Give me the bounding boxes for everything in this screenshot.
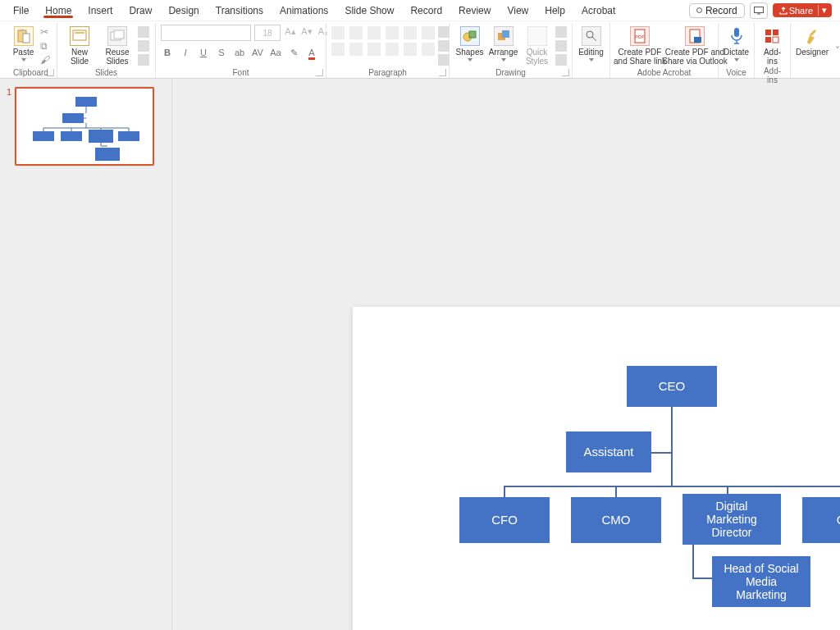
shape-fill-button[interactable] — [555, 26, 567, 38]
share-button[interactable]: Share ▾ — [773, 3, 832, 17]
tab-record[interactable]: Record — [402, 2, 450, 19]
section-button[interactable] — [138, 54, 149, 66]
reuse-slides-icon — [107, 26, 127, 46]
clipboard-mini-buttons: ✂ ⧉ 🖌 — [40, 25, 52, 66]
drawing-launcher[interactable] — [562, 69, 569, 76]
quick-styles-button[interactable]: Quick Styles — [522, 25, 552, 66]
shape-effects-button[interactable] — [555, 54, 567, 66]
paste-button[interactable]: Paste — [10, 25, 37, 62]
addins-label: Add-ins — [760, 48, 785, 66]
org-chart[interactable]: CEO Assistant CFO CMO Digital Marketing … — [353, 307, 840, 630]
svg-rect-25 — [61, 131, 82, 141]
org-node-cmo[interactable]: CMO — [571, 497, 661, 543]
dictate-label: Dictate — [724, 48, 749, 57]
tab-slide-show[interactable]: Slide Show — [336, 2, 402, 19]
tab-acrobat[interactable]: Acrobat — [573, 2, 623, 19]
svg-text:PDF: PDF — [635, 34, 645, 39]
org-node-cfo[interactable]: CFO — [459, 497, 550, 543]
align-right-button[interactable] — [368, 43, 381, 56]
org-node-ceo[interactable]: CEO — [627, 366, 717, 407]
org-node-head-social-media-marketing[interactable]: Head of Social Media Marketing — [712, 556, 810, 607]
bullets-button[interactable] — [331, 26, 345, 39]
increase-indent-button[interactable] — [386, 26, 399, 39]
format-painter-button[interactable]: 🖌 — [40, 54, 52, 66]
align-text-button[interactable] — [422, 43, 435, 56]
org-node-digital-marketing-director[interactable]: Digital Marketing Director — [682, 494, 781, 545]
svg-rect-4 — [73, 30, 86, 40]
clipboard-launcher[interactable] — [47, 69, 54, 76]
microphone-icon — [727, 26, 746, 46]
collapse-ribbon-button[interactable]: ˅ — [830, 45, 840, 57]
create-pdf-share-outlook-button[interactable]: Create PDF and Share via Outlook — [668, 25, 722, 66]
character-spacing-button[interactable]: AV — [251, 48, 264, 61]
arrange-button[interactable]: Arrange — [488, 25, 518, 62]
align-left-button[interactable] — [331, 43, 345, 56]
justify-button[interactable] — [386, 43, 399, 56]
thumbnail-preview-icon — [16, 89, 154, 166]
record-button[interactable]: Record — [689, 3, 745, 18]
change-case-button[interactable]: Aa — [269, 48, 282, 61]
line-spacing-button[interactable] — [404, 26, 417, 39]
slide-editor[interactable]: CEO Assistant CFO CMO Digital Marketing … — [172, 79, 840, 630]
tab-review[interactable]: Review — [450, 2, 499, 19]
convert-smartart-button[interactable] — [438, 54, 450, 66]
paragraph-launcher[interactable] — [439, 69, 446, 76]
svg-rect-23 — [62, 113, 84, 123]
strikethrough-button[interactable]: S — [215, 48, 228, 61]
dictate-button[interactable]: Dictate — [724, 25, 749, 62]
font-name-combobox[interactable] — [161, 25, 251, 41]
tab-draw[interactable]: Draw — [121, 2, 160, 19]
tab-insert[interactable]: Insert — [80, 2, 121, 19]
group-label-acrobat: Adobe Acrobat — [615, 67, 713, 77]
paragraph-buttons — [331, 25, 435, 56]
columns-button[interactable] — [404, 43, 417, 56]
slide-canvas[interactable]: CEO Assistant CFO CMO Digital Marketing … — [353, 307, 840, 630]
font-size-combobox[interactable]: 18 — [254, 25, 281, 41]
shadow-button[interactable]: ab — [233, 48, 246, 61]
bold-button[interactable]: B — [161, 48, 174, 61]
svg-rect-0 — [754, 7, 763, 12]
tab-view[interactable]: View — [499, 2, 536, 19]
highlight-button[interactable]: ✎ — [287, 48, 300, 61]
svg-rect-11 — [502, 30, 509, 38]
create-pdf-link-label: Create PDF and Share link — [614, 48, 666, 66]
italic-button[interactable]: I — [179, 48, 192, 61]
org-node-cio[interactable]: CIO — [802, 497, 840, 543]
group-voice: Dictate Voice — [719, 23, 755, 78]
share-dropdown[interactable]: ▾ — [818, 5, 827, 16]
text-direction-button[interactable] — [422, 26, 435, 39]
layout-button[interactable] — [138, 26, 149, 38]
quick-styles-icon — [527, 26, 547, 46]
slide-thumbnail-1[interactable] — [15, 87, 154, 166]
copy-button[interactable]: ⧉ — [40, 40, 52, 52]
text-direction-vertical-button[interactable] — [438, 26, 450, 38]
designer-button[interactable]: Designer — [796, 25, 829, 57]
font-color-button[interactable]: A — [305, 48, 318, 61]
reset-button[interactable] — [138, 40, 149, 52]
tab-design[interactable]: Design — [160, 2, 207, 19]
addins-button[interactable]: Add-ins — [760, 25, 785, 66]
tab-help[interactable]: Help — [536, 2, 573, 19]
tab-transitions[interactable]: Transitions — [208, 2, 272, 19]
decrease-indent-button[interactable] — [368, 26, 381, 39]
tab-animations[interactable]: Animations — [272, 2, 336, 19]
tab-home[interactable]: Home — [37, 2, 80, 19]
tab-file[interactable]: File — [5, 2, 37, 19]
create-pdf-share-link-button[interactable]: PDF Create PDF and Share link — [615, 25, 664, 66]
svg-rect-27 — [118, 131, 139, 141]
increase-font-button[interactable]: A▴ — [284, 26, 297, 39]
decrease-font-button[interactable]: A▾ — [300, 26, 313, 39]
cut-button[interactable]: ✂ — [40, 26, 52, 38]
new-slide-button[interactable]: New Slide — [62, 25, 97, 66]
editing-button[interactable]: Editing — [578, 25, 605, 62]
reuse-slides-button[interactable]: Reuse Slides — [100, 25, 135, 66]
shapes-button[interactable]: Shapes — [454, 25, 485, 62]
font-launcher[interactable] — [316, 69, 323, 76]
underline-button[interactable]: U — [197, 48, 210, 61]
shape-outline-button[interactable] — [555, 40, 567, 52]
present-mode-button[interactable] — [750, 2, 768, 19]
align-center-button[interactable] — [349, 43, 363, 56]
align-middle-button[interactable] — [438, 40, 450, 52]
org-node-assistant[interactable]: Assistant — [566, 431, 651, 472]
numbering-button[interactable] — [349, 26, 363, 39]
